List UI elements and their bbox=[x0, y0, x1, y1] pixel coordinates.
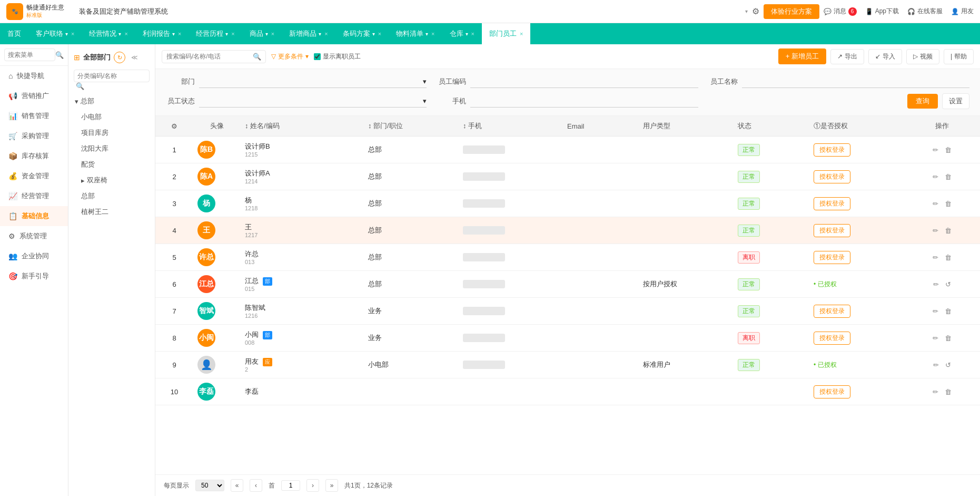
nav-barcode-close[interactable]: × bbox=[378, 31, 381, 37]
adv-search-btn[interactable]: 查询 bbox=[907, 94, 938, 109]
auth-btn-10[interactable]: 授权登录 bbox=[814, 385, 850, 398]
dept-item-shenyang[interactable]: 沈阳大库 bbox=[68, 141, 155, 157]
nav-goods[interactable]: 商品▾× bbox=[242, 23, 282, 44]
last-page-btn[interactable]: » bbox=[325, 479, 338, 492]
nav-home[interactable]: 首页 bbox=[0, 23, 28, 44]
delete-icon-4[interactable]: 🗑 bbox=[945, 227, 952, 235]
edit-icon-9[interactable]: ✏ bbox=[933, 361, 939, 369]
nav-bom-close[interactable]: × bbox=[431, 31, 434, 37]
adv-status-select[interactable]: ▾ bbox=[199, 95, 427, 108]
sidebar-item-basic[interactable]: 📋 基础信息 bbox=[0, 206, 68, 226]
dept-item-xiaodian[interactable]: 小电部 bbox=[68, 109, 155, 125]
delete-icon-5[interactable]: 🗑 bbox=[945, 254, 952, 261]
auth-btn-1[interactable]: 授权登录 bbox=[814, 143, 850, 157]
th-settings[interactable]: ⚙ bbox=[155, 116, 193, 137]
delete-icon-8[interactable]: 🗑 bbox=[945, 334, 952, 342]
dept-item-all[interactable]: ▾ 总部 bbox=[68, 93, 155, 109]
nav-operation-close[interactable]: × bbox=[124, 31, 127, 37]
edit-icon-10[interactable]: ✏ bbox=[933, 388, 938, 396]
nav-profit[interactable]: 利润报告▾× bbox=[135, 23, 189, 44]
nav-warehouse[interactable]: 仓库▾× bbox=[442, 23, 482, 44]
auth-btn-8[interactable]: 授权登录 bbox=[814, 332, 850, 345]
delete-icon-1[interactable]: 🗑 bbox=[945, 146, 952, 154]
delete-icon-6[interactable]: ↺ bbox=[945, 280, 951, 288]
edit-icon-5[interactable]: ✏ bbox=[933, 254, 938, 261]
nav-operation[interactable]: 经营情况▾× bbox=[82, 23, 135, 44]
dept-item-zongbu[interactable]: 总部 bbox=[68, 188, 155, 204]
dept-search-input[interactable] bbox=[74, 70, 150, 82]
nav-dept-close[interactable]: × bbox=[520, 31, 523, 37]
delete-icon-9[interactable]: ↺ bbox=[945, 361, 951, 369]
show-resigned-checkbox[interactable]: 显示离职员工 bbox=[314, 52, 361, 61]
auth-btn-3[interactable]: 授权登录 bbox=[814, 197, 850, 210]
user-btn[interactable]: 👤 用友 bbox=[951, 7, 974, 16]
dept-refresh-btn[interactable]: ↻ bbox=[114, 52, 125, 63]
sidebar-item-collab[interactable]: 👥 企业协同 bbox=[0, 246, 68, 266]
th-phone[interactable]: ↕ 手机 bbox=[459, 116, 563, 137]
filter-more-btn[interactable]: ▽ 更多条件 ▾ bbox=[271, 52, 309, 61]
import-btn[interactable]: ↙ 导入 bbox=[868, 49, 902, 64]
view-btn[interactable]: ▷ 视频 bbox=[906, 49, 939, 64]
help-btn[interactable]: | 帮助 bbox=[944, 49, 974, 64]
settings-icon[interactable]: ⚙ bbox=[752, 6, 759, 16]
adv-dept-select[interactable]: ▾ bbox=[199, 75, 427, 88]
search-input[interactable] bbox=[166, 53, 251, 60]
nav-new-goods[interactable]: 新增商品▾× bbox=[282, 23, 335, 44]
add-employee-btn[interactable]: + 新增员工 bbox=[778, 48, 826, 64]
sidebar-item-purchase[interactable]: 🛒 采购管理 bbox=[0, 126, 68, 146]
delete-icon-7[interactable]: 🗑 bbox=[945, 307, 952, 315]
app-btn[interactable]: 📱 App下载 bbox=[865, 7, 899, 16]
sidebar-item-inventory[interactable]: 📦 库存核算 bbox=[0, 146, 68, 166]
auth-btn-4[interactable]: 授权登录 bbox=[814, 224, 850, 237]
adv-empname-input[interactable] bbox=[742, 75, 969, 88]
nav-new-goods-close[interactable]: × bbox=[324, 31, 328, 37]
prev-page-btn[interactable]: ‹ bbox=[250, 479, 262, 492]
adv-empcode-input[interactable] bbox=[470, 75, 698, 88]
sidebar-item-sales[interactable]: 📊 销售管理 bbox=[0, 106, 68, 126]
auth-btn-2[interactable]: 授权登录 bbox=[814, 170, 850, 183]
adv-phone-input[interactable] bbox=[470, 95, 698, 108]
page-number-input[interactable] bbox=[281, 480, 300, 491]
dept-item-shuangzuo[interactable]: ▸ 双座椅 bbox=[68, 172, 155, 188]
edit-icon-7[interactable]: ✏ bbox=[933, 307, 938, 315]
auth-btn-5[interactable]: 授权登录 bbox=[814, 251, 850, 264]
dept-item-peihuo[interactable]: 配货 bbox=[68, 157, 155, 172]
sidebar-item-guide[interactable]: 🎯 新手引导 bbox=[0, 266, 68, 286]
nav-customer-close[interactable]: × bbox=[71, 31, 74, 37]
auth-btn-7[interactable]: 授权登录 bbox=[814, 305, 850, 318]
sidebar-item-navigate[interactable]: ⌂ 快捷导航 bbox=[0, 66, 68, 86]
online-service-btn[interactable]: 🎧 在线客服 bbox=[907, 7, 943, 16]
nav-history[interactable]: 经营历程▾× bbox=[189, 23, 242, 44]
adv-setting-btn[interactable]: 设置 bbox=[942, 93, 969, 109]
sidebar-item-marketing[interactable]: 📢 营销推广 bbox=[0, 86, 68, 106]
nav-bom[interactable]: 物料清单▾× bbox=[389, 23, 442, 44]
nav-customer[interactable]: 客户联络▾× bbox=[28, 23, 82, 44]
th-dept[interactable]: ↕ 部门/职位 bbox=[364, 116, 459, 137]
dept-collapse-btn[interactable]: ≪ bbox=[128, 52, 140, 63]
sidebar-item-ops[interactable]: 📈 经营管理 bbox=[0, 186, 68, 206]
sys-dropdown-arrow[interactable]: ▾ bbox=[745, 8, 748, 14]
nav-goods-close[interactable]: × bbox=[271, 31, 274, 37]
edit-icon-6[interactable]: ✏ bbox=[933, 280, 939, 288]
delete-icon-10[interactable]: 🗑 bbox=[945, 388, 952, 396]
first-page-btn[interactable]: « bbox=[231, 479, 243, 492]
page-size-select[interactable]: 50 100 200 bbox=[195, 480, 224, 491]
nav-dept-staff[interactable]: 部门员工× bbox=[482, 23, 530, 44]
edit-icon-1[interactable]: ✏ bbox=[933, 146, 938, 154]
msg-btn[interactable]: 💬 消息 6 bbox=[824, 7, 857, 16]
th-name[interactable]: ↕ 姓名/编码 bbox=[241, 116, 364, 137]
edit-icon-3[interactable]: ✏ bbox=[933, 200, 938, 208]
trial-button[interactable]: 体验行业方案 bbox=[764, 4, 819, 19]
show-resigned-input[interactable] bbox=[314, 53, 321, 60]
edit-icon-8[interactable]: ✏ bbox=[933, 334, 938, 342]
dept-item-projlib[interactable]: 项目库房 bbox=[68, 125, 155, 141]
next-page-btn[interactable]: › bbox=[306, 479, 319, 492]
edit-icon-4[interactable]: ✏ bbox=[933, 227, 938, 235]
sidebar-item-system[interactable]: ⚙ 系统管理 bbox=[0, 226, 68, 246]
sidebar-search-input[interactable] bbox=[4, 48, 55, 61]
nav-barcode[interactable]: 条码方案▾× bbox=[335, 23, 389, 44]
export-btn[interactable]: ↗ 导出 bbox=[830, 49, 864, 64]
dept-item-zhishu[interactable]: 植树王二 bbox=[68, 204, 155, 220]
sidebar-item-finance[interactable]: 💰 资金管理 bbox=[0, 166, 68, 186]
nav-profit-close[interactable]: × bbox=[178, 31, 181, 37]
